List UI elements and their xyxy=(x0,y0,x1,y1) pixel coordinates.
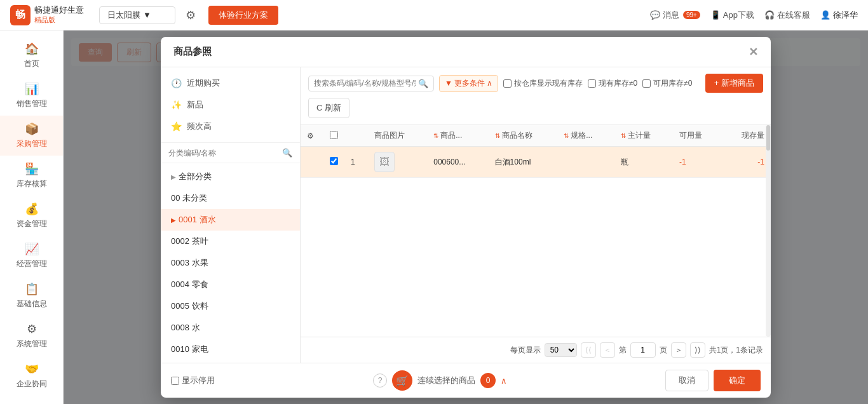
cat-unclassified[interactable]: 00 未分类 xyxy=(161,187,300,209)
select-all-checkbox[interactable] xyxy=(330,131,338,139)
modal-footer: 显示停用 ? 🛒 连续选择的商品 0 ∧ 取消 确定 xyxy=(161,363,771,398)
message-btn[interactable]: 💬 消息 99+ xyxy=(650,10,700,21)
logo-sub: 精品版 xyxy=(34,15,84,25)
nav-highfreq-label: 频次高 xyxy=(187,121,212,132)
cart-icon-btn[interactable]: 🛒 xyxy=(392,370,412,391)
scrollbar-thumb[interactable] xyxy=(766,125,770,151)
product-search-input[interactable] xyxy=(314,79,416,88)
sidebar-item-basic-info[interactable]: 📋 基础信息 xyxy=(0,276,63,316)
logo-area: 畅 畅捷通好生意 精品版 xyxy=(10,5,86,25)
confirm-btn[interactable]: 确定 xyxy=(714,370,761,391)
modal-right-panel: 🔍 ▼ 更多条件 ∧ 按仓库显示现有库存 xyxy=(301,67,771,363)
page-first-btn[interactable]: ⟨⟨ xyxy=(581,342,596,358)
th-name-sort-icon: ⇅ xyxy=(495,132,500,139)
pagination: 每页显示 50 100 200 ⟨⟨ ＜ 第 页 ＞ xyxy=(301,337,771,363)
app-download-btn[interactable]: 📱 App下载 xyxy=(710,10,754,21)
sidebar-item-sales[interactable]: 📊 销售管理 xyxy=(0,76,63,116)
modal-left-panel: 🕐 近期购买 ✨ 新品 ⭐ 频次高 xyxy=(161,67,301,363)
th-settings[interactable]: ⚙ xyxy=(301,125,323,147)
cat-water[interactable]: 0008 水 xyxy=(161,317,300,339)
page-size-select[interactable]: 50 100 200 xyxy=(545,343,577,357)
sidebar-item-guide[interactable]: 📖 新手引导 xyxy=(0,396,63,404)
cat-snack[interactable]: 0004 零食 xyxy=(161,274,300,295)
table-scrollbar[interactable] xyxy=(766,125,771,337)
selected-count-badge: 0 xyxy=(480,373,496,388)
message-icon: 💬 xyxy=(650,10,660,20)
nav-recent-purchase[interactable]: 🕐 近期购买 xyxy=(161,72,300,94)
cat-liquor-label: 0001 酒水 xyxy=(179,214,216,226)
sidebar-system-label: 系统管理 xyxy=(17,339,47,349)
row-seq-cell: 1 xyxy=(344,147,368,178)
sales-icon: 📊 xyxy=(25,82,39,96)
th-code-sort-icon: ⇅ xyxy=(433,132,438,139)
page-next-btn[interactable]: ＞ xyxy=(671,342,686,358)
row-settings-cell xyxy=(301,147,323,178)
show-disabled-checkbox[interactable]: 显示停用 xyxy=(171,375,215,386)
filter-up-icon: ∧ xyxy=(487,79,492,88)
add-product-btn[interactable]: + 新增商品 xyxy=(705,74,763,93)
nav-high-freq[interactable]: ⭐ 频次高 xyxy=(161,116,300,137)
th-checkbox xyxy=(323,125,344,147)
footer-right: 取消 确定 xyxy=(665,370,761,391)
cat-fruit[interactable]: 0003 水果 xyxy=(161,252,300,274)
show-disabled-input[interactable] xyxy=(171,377,179,385)
trial-btn[interactable]: 体验行业方案 xyxy=(208,6,278,25)
help-icon-btn[interactable]: ? xyxy=(373,374,387,387)
clock-icon: 🕐 xyxy=(171,78,182,88)
cat-appliance[interactable]: 0010 家电 xyxy=(161,339,300,360)
modal-overlay[interactable]: 商品参照 ✕ 🕐 近期购买 ✨ xyxy=(64,30,868,404)
category-search-input[interactable] xyxy=(168,149,280,158)
checkbox-warehouse-stock-input[interactable] xyxy=(503,79,512,88)
table-row[interactable]: 1 🖼 000600... 白酒100ml xyxy=(301,147,771,178)
sidebar-item-home[interactable]: 🏠 首页 xyxy=(0,36,63,76)
checkbox-warehouse-stock[interactable]: 按仓库显示现有库存 xyxy=(503,78,583,89)
row-img-cell: 🖼 xyxy=(368,147,428,178)
star-icon: ⭐ xyxy=(171,121,182,131)
th-unit[interactable]: ⇅ 主计量 xyxy=(614,125,673,147)
nav-selector[interactable]: 日太阳膜 ▼ xyxy=(99,6,175,24)
sidebar-purchase-label: 采购管理 xyxy=(17,138,47,149)
footer-collapse-btn[interactable]: ∧ xyxy=(501,376,507,386)
th-code[interactable]: ⇅ 商品... xyxy=(427,125,488,147)
user-profile[interactable]: 👤 徐泽华 xyxy=(820,10,858,21)
nav-new-products[interactable]: ✨ 新品 xyxy=(161,94,300,116)
cat-drink[interactable]: 0005 饮料 xyxy=(161,295,300,317)
cat-liquor[interactable]: ▶ 0001 酒水 xyxy=(161,209,300,231)
nav-new-label: 新品 xyxy=(187,99,203,111)
row-checkbox[interactable] xyxy=(330,157,338,165)
page-number-input[interactable] xyxy=(630,342,656,358)
sidebar-item-inventory[interactable]: 🏪 库存核算 xyxy=(0,156,63,196)
sidebar-item-enterprise[interactable]: 🤝 企业协同 xyxy=(0,356,63,396)
customer-service-btn[interactable]: 🎧 在线客服 xyxy=(764,10,810,21)
checkbox-available-stock[interactable]: 可用库存≠0 xyxy=(642,78,692,89)
filter-btn[interactable]: ▼ 更多条件 ∧ xyxy=(439,75,498,92)
category-list: ▶ 全部分类 00 未分类 ▶ 0001 酒水 0002 茶 xyxy=(161,163,300,363)
search-icon[interactable]: 🔍 xyxy=(418,79,428,88)
cat-tea[interactable]: 0002 茶叶 xyxy=(161,231,300,252)
cat-search-icon[interactable]: 🔍 xyxy=(282,148,292,158)
sidebar-item-operations[interactable]: 📈 经营管理 xyxy=(0,236,63,276)
checkbox-current-stock-input[interactable] xyxy=(588,79,596,88)
table-header-row: ⚙ 商品图片 xyxy=(301,125,771,147)
sidebar-item-purchase[interactable]: 📦 采购管理 xyxy=(0,116,63,156)
refresh-btn[interactable]: C 刷新 xyxy=(308,98,349,118)
modal-quick-nav: 🕐 近期购买 ✨ 新品 ⭐ 频次高 xyxy=(161,67,300,143)
th-code-label: 商品... xyxy=(440,130,462,141)
page-prev-btn[interactable]: ＜ xyxy=(600,342,615,358)
home-icon: 🏠 xyxy=(25,42,39,56)
cat-drink-label: 0005 饮料 xyxy=(171,300,208,312)
page-last-btn[interactable]: ⟩⟩ xyxy=(690,342,705,358)
th-name[interactable]: ⇅ 商品名称 xyxy=(489,125,558,147)
continuous-select-label: 连续选择的商品 xyxy=(417,375,475,386)
nav-gear-icon[interactable]: ⚙ xyxy=(180,5,201,25)
checkbox-current-stock[interactable]: 现有库存≠0 xyxy=(588,78,637,89)
cat-all[interactable]: ▶ 全部分类 xyxy=(161,166,300,187)
sidebar-item-system[interactable]: ⚙ 系统管理 xyxy=(0,316,63,356)
th-spec[interactable]: ⇅ 规格... xyxy=(557,125,614,147)
sidebar-item-finance[interactable]: 💰 资金管理 xyxy=(0,196,63,236)
checkbox-available-stock-input[interactable] xyxy=(642,79,651,88)
cancel-btn[interactable]: 取消 xyxy=(665,370,709,391)
app-download-label: App下载 xyxy=(723,10,754,21)
modal-close-btn[interactable]: ✕ xyxy=(749,46,758,58)
operations-icon: 📈 xyxy=(25,242,39,256)
